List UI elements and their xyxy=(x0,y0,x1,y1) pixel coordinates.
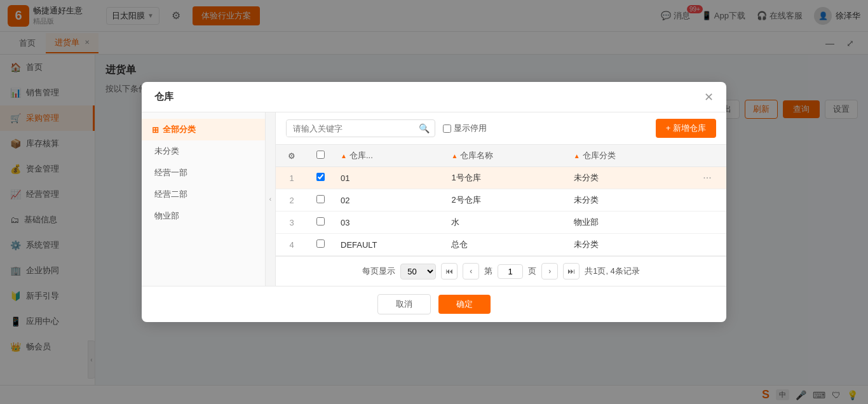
modal-sidebar: ⊞ 全部分类 未分类 经营一部 经营二部 物业部 xyxy=(142,112,266,286)
modal-toolbar: 🔍 显示停用 + 新增仓库 xyxy=(276,112,726,145)
row2-category: 未分类 xyxy=(566,189,688,212)
row4-num: 4 xyxy=(276,234,308,256)
per-page-select[interactable]: 50 100 xyxy=(400,264,436,279)
row3-actions[interactable] xyxy=(688,212,726,234)
row1-cb[interactable] xyxy=(308,167,333,189)
row1-checkbox[interactable] xyxy=(316,173,325,181)
col-actions xyxy=(688,145,726,167)
row4-name: 总仓 xyxy=(444,234,566,256)
cancel-button[interactable]: 取消 xyxy=(377,294,431,314)
show-disabled-checkbox[interactable]: 显示停用 xyxy=(443,123,487,134)
col-category: ▲ 仓库分类 xyxy=(566,145,688,167)
category-dept2[interactable]: 经营二部 xyxy=(142,184,265,205)
page-number-input[interactable] xyxy=(498,264,523,279)
row3-checkbox[interactable] xyxy=(316,217,325,226)
row4-code: DEFAULT xyxy=(333,234,444,256)
modal-sidebar-collapse[interactable]: ‹ xyxy=(266,112,276,286)
row3-name: 水 xyxy=(444,212,566,234)
confirm-button[interactable]: 确定 xyxy=(438,295,491,314)
table-row[interactable]: 4 DEFAULT 总仓 未分类 xyxy=(276,234,726,256)
modal-footer: 取消 确定 xyxy=(142,286,726,322)
modal: 仓库 ✕ ⊞ 全部分类 未分类 经营一部 经营二部 物业部 ‹ xyxy=(142,82,726,322)
col-checkbox xyxy=(308,145,333,167)
page-prev-btn[interactable]: ‹ xyxy=(463,263,479,279)
col-category-label: 仓库分类 xyxy=(583,150,616,161)
row1-num: 1 xyxy=(276,167,308,189)
grid-icon: ⊞ xyxy=(152,125,159,135)
table-row[interactable]: 2 02 2号仓库 未分类 xyxy=(276,189,726,212)
close-icon[interactable]: ✕ xyxy=(704,91,714,103)
row1-actions[interactable]: ··· xyxy=(688,167,726,189)
col-gear: ⚙ xyxy=(276,145,308,167)
per-page-label: 每页显示 xyxy=(362,266,395,277)
page-total: 共1页, 4条记录 xyxy=(585,266,640,277)
row3-cb[interactable] xyxy=(308,212,333,234)
show-disabled-label: 显示停用 xyxy=(454,123,487,134)
row2-name: 2号仓库 xyxy=(444,189,566,212)
row2-cb[interactable] xyxy=(308,189,333,212)
row4-cb[interactable] xyxy=(308,234,333,256)
page-first-btn[interactable]: ⏮ xyxy=(441,263,458,279)
category-all[interactable]: ⊞ 全部分类 xyxy=(142,119,265,140)
page-suffix-label: 页 xyxy=(528,266,536,277)
row2-num: 2 xyxy=(276,189,308,212)
sort-icon-name: ▲ xyxy=(451,152,458,159)
page-last-btn[interactable]: ⏭ xyxy=(563,263,580,279)
select-all-checkbox[interactable] xyxy=(316,151,325,159)
modal-overlay: 仓库 ✕ ⊞ 全部分类 未分类 经营一部 经营二部 物业部 ‹ xyxy=(0,0,868,404)
page-prefix-label: 第 xyxy=(484,266,492,277)
chevron-left-icon: ‹ xyxy=(269,196,271,203)
page-next-btn[interactable]: › xyxy=(541,263,558,279)
modal-body: ⊞ 全部分类 未分类 经营一部 经营二部 物业部 ‹ 🔍 xyxy=(142,112,726,286)
modal-title: 仓库 xyxy=(154,91,173,103)
table-row[interactable]: 3 03 水 物业部 xyxy=(276,212,726,234)
category-dept1[interactable]: 经营一部 xyxy=(142,162,265,184)
row1-name: 1号仓库 xyxy=(444,167,566,189)
category-unclassified[interactable]: 未分类 xyxy=(142,140,265,162)
col-name: ▲ 仓库名称 xyxy=(444,145,566,167)
modal-content: 🔍 显示停用 + 新增仓库 ⚙ xyxy=(276,112,726,286)
row2-code: 02 xyxy=(333,189,444,212)
search-input[interactable] xyxy=(287,121,414,137)
col-code-label: 仓库... xyxy=(349,150,373,161)
row2-actions[interactable] xyxy=(688,189,726,212)
col-name-label: 仓库名称 xyxy=(460,150,493,161)
row1-category: 未分类 xyxy=(566,167,688,189)
row4-actions[interactable] xyxy=(688,234,726,256)
category-all-label: 全部分类 xyxy=(163,124,196,135)
modal-header: 仓库 ✕ xyxy=(142,82,726,112)
row3-category: 物业部 xyxy=(566,212,688,234)
show-disabled-input[interactable] xyxy=(443,125,451,133)
table-row[interactable]: 1 01 1号仓库 未分类 ··· xyxy=(276,167,726,189)
modal-pagination: 每页显示 50 100 ⏮ ‹ 第 页 › ⏭ 共1页, 4条记录 xyxy=(276,256,726,286)
add-warehouse-button[interactable]: + 新增仓库 xyxy=(656,119,716,138)
sort-icon-code: ▲ xyxy=(341,152,347,159)
category-property[interactable]: 物业部 xyxy=(142,205,265,227)
row1-code: 01 xyxy=(333,167,444,189)
modal-search-box[interactable]: 🔍 xyxy=(286,119,435,137)
modal-table: ⚙ ▲ 仓库... ▲ xyxy=(276,145,726,256)
row3-num: 3 xyxy=(276,212,308,234)
row2-checkbox[interactable] xyxy=(316,195,325,203)
row4-category: 未分类 xyxy=(566,234,688,256)
sort-icon-category: ▲ xyxy=(574,152,580,159)
row3-code: 03 xyxy=(333,212,444,234)
col-code: ▲ 仓库... xyxy=(333,145,444,167)
row4-checkbox[interactable] xyxy=(316,239,325,248)
search-icon-button[interactable]: 🔍 xyxy=(414,120,435,137)
